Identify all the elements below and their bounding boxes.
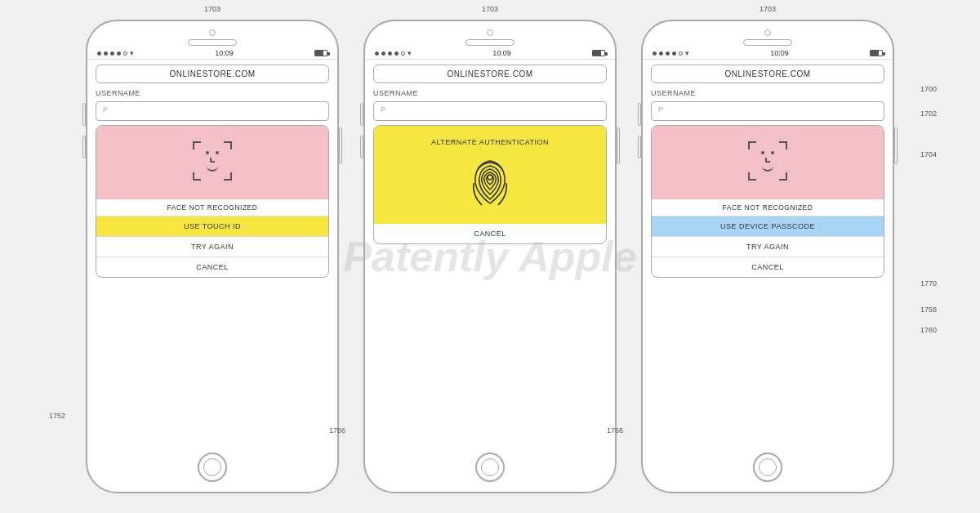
label-1702-p3: 1702 — [920, 109, 937, 118]
phone-top-p1 — [87, 21, 337, 46]
label-1700-p3: 1700 — [920, 85, 937, 93]
face-area-p1 — [96, 126, 328, 199]
phone-top-p3 — [643, 21, 893, 46]
username-label-p3: USERNAME — [651, 89, 884, 97]
home-button-p2[interactable] — [475, 453, 505, 482]
try-again-btn-p1[interactable]: TRY AGAIN — [96, 237, 328, 257]
side-btn-left2-p1 — [82, 136, 86, 158]
eye-right-p3 — [771, 151, 774, 154]
try-again-btn-p3[interactable]: TRY AGAIN — [652, 237, 884, 257]
side-btn-left1-p1 — [82, 103, 86, 126]
face-not-recognized-p1: FACE NOT RECOGNIZED — [96, 199, 328, 216]
status-bar-p2: ▾ 10:09 — [365, 46, 615, 60]
signal-dots-p1: ▾ — [97, 49, 134, 57]
label-1703-p3: 1703 — [760, 5, 776, 13]
eye-left-p1 — [206, 151, 209, 154]
home-button-inner-p3 — [759, 458, 777, 476]
label-1752-p1: 1752 — [49, 412, 65, 420]
alt-auth-title-p2: ALTERNATE AUTHENTICATION — [431, 138, 549, 146]
label-1760-p3: 1760 — [920, 326, 937, 334]
dot2 — [104, 51, 108, 56]
label-1703-p1: 1703 — [204, 5, 220, 13]
face-mouth-p1 — [207, 166, 218, 172]
status-bar-p3: ▾ 10:09 — [643, 46, 893, 60]
home-button-p1[interactable] — [198, 453, 227, 482]
dot1 — [97, 51, 101, 56]
url-bar-p3[interactable]: ONLINESTORE.COM — [651, 65, 884, 83]
side-btn-right-p3 — [894, 127, 898, 164]
phones-container: 1703 1700 1702 1704 1754 1756 1748 1752 — [69, 3, 911, 510]
bracket-bl-p3 — [748, 172, 756, 181]
side-btn-left1-p3 — [638, 103, 641, 126]
password-field-p3[interactable]: P — [651, 101, 884, 121]
face-not-recognized-p3: FACE NOT RECOGNIZED — [652, 199, 884, 216]
phone1: ▾ 10:09 ONLINESTORE.COM USERNAME P — [86, 20, 339, 493]
phone-top-p2 — [365, 21, 615, 46]
side-btn-right-p1 — [339, 127, 342, 164]
speaker-p2 — [466, 39, 514, 46]
face-nose-p3 — [765, 158, 770, 163]
cancel-btn-p1[interactable]: CANCEL — [96, 257, 328, 277]
fingerprint-area-p2: ALTERNATE AUTHENTICATION — [374, 126, 606, 224]
face-features-p1 — [202, 151, 223, 172]
time-p2: 10:09 — [492, 49, 511, 57]
wifi-icon-p1: ▾ — [130, 49, 134, 57]
battery-inner-p1 — [315, 51, 323, 56]
side-btn-left1-p2 — [360, 103, 363, 126]
phone3-wrapper: 1703 1700 1702 1704 1770 1758 1760 1766 — [641, 20, 894, 493]
cancel-btn-p3[interactable]: CANCEL — [652, 257, 884, 277]
phone-content-p2: ONLINESTORE.COM USERNAME P ALTERNATE AUT… — [365, 60, 615, 446]
status-bar-p1: ▾ 10:09 — [87, 46, 337, 60]
use-touch-id-btn-p1[interactable]: USE TOUCH ID — [96, 216, 328, 237]
face-eyes-p3 — [761, 151, 774, 154]
password-field-p2[interactable]: P — [373, 101, 607, 121]
bracket-tr-p3 — [779, 141, 787, 149]
cancel-btn-p2[interactable]: CANCEL — [374, 224, 606, 243]
label-1766-p2: 1766 — [329, 426, 345, 435]
battery-p3 — [870, 50, 883, 56]
dot3 — [110, 51, 114, 56]
dot4 — [117, 51, 121, 56]
auth-dialog-p1: FACE NOT RECOGNIZED USE TOUCH ID TRY AGA… — [96, 125, 329, 278]
bracket-bl-p1 — [193, 172, 201, 181]
phone3: ▾ 10:09 ONLINESTORE.COM USERNAME P — [641, 20, 894, 493]
phone2-wrapper: 1703 1700 1702 1704 1764 1766 ▾ — [363, 20, 617, 493]
url-bar-p2[interactable]: ONLINESTORE.COM — [373, 65, 607, 83]
phone1-wrapper: 1703 1700 1702 1704 1754 1756 1748 1752 — [86, 20, 339, 493]
signal-dots-p3: ▾ — [653, 49, 689, 57]
home-button-inner-p1 — [203, 458, 221, 476]
bracket-tl-p3 — [748, 141, 756, 149]
face-icon-p3 — [748, 141, 787, 181]
label-1766-p3: 1766 — [607, 426, 623, 435]
use-device-passcode-btn-p3[interactable]: USE DEVICE PASSCODE — [652, 216, 884, 237]
bracket-br-p3 — [779, 172, 787, 181]
camera-p3 — [764, 29, 771, 36]
face-area-p3 — [652, 126, 884, 199]
phone2: ▾ 10:09 ONLINESTORE.COM USERNAME P ALTER… — [363, 20, 617, 493]
side-btn-right-p2 — [617, 127, 620, 164]
camera-p2 — [487, 29, 493, 36]
camera-p1 — [209, 29, 216, 36]
battery-p2 — [592, 50, 605, 56]
side-btn-left2-p3 — [638, 136, 641, 158]
label-1703-p2: 1703 — [482, 5, 498, 13]
home-button-p3[interactable] — [753, 453, 782, 482]
url-bar-p1[interactable]: ONLINESTORE.COM — [96, 65, 329, 83]
signal-dots-p2: ▾ — [375, 49, 412, 57]
face-icon-p1 — [193, 141, 232, 181]
home-button-inner-p2 — [481, 458, 499, 476]
eye-left-p3 — [761, 151, 764, 154]
username-label-p1: USERNAME — [96, 89, 329, 97]
auth-dialog-p3: FACE NOT RECOGNIZED USE DEVICE PASSCODE … — [651, 125, 884, 278]
phone-content-p3: ONLINESTORE.COM USERNAME P — [643, 60, 893, 446]
svg-point-0 — [488, 175, 492, 180]
password-field-p1[interactable]: P — [96, 101, 329, 121]
battery-inner-p3 — [871, 51, 879, 56]
bracket-br-p1 — [224, 172, 232, 181]
battery-p1 — [314, 50, 327, 56]
label-1704-p3: 1704 — [920, 150, 937, 158]
eye-right-p1 — [216, 151, 219, 154]
phone-content-p1: ONLINESTORE.COM USERNAME P — [87, 60, 337, 446]
face-mouth-p3 — [762, 166, 773, 172]
face-nose-p1 — [210, 158, 215, 163]
